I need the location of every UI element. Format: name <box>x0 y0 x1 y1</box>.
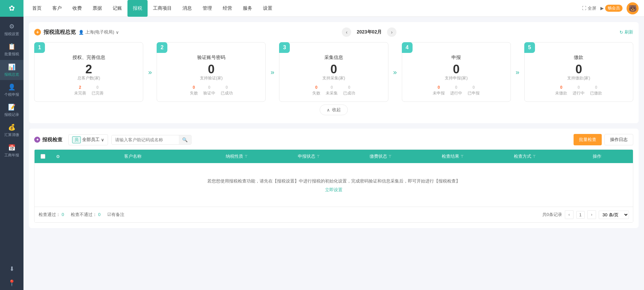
per-page-select[interactable]: 30 条/页 50 条/页 100 条/页 <box>599 211 629 219</box>
body-wrap: ⚙ 报税设置 📋 批量报税 📊 报税总览 👤 个税申报 📝 报税记录 💰 汇算清… <box>0 17 644 290</box>
operation-log-button[interactable]: 操作日志 <box>604 134 633 145</box>
refresh-button[interactable]: ↻ 刷新 <box>620 29 633 35</box>
nav-business[interactable]: 工商项目 <box>148 0 177 17</box>
filter-icon-3[interactable]: ⊤ <box>388 154 392 159</box>
collapse-label: 收起 <box>332 107 341 113</box>
month-nav: ‹ 2023年02月 › <box>342 27 396 37</box>
sidebar-item-settlement[interactable]: 💰 汇算清缴 <box>0 120 23 140</box>
stat-paid-5-label: 已缴款 <box>590 90 602 96</box>
flow-steps: 1 授权、完善信息 2 总客户数(家) 2 未完善 0 已完善 <box>34 42 633 102</box>
annual-report-icon: 📅 <box>8 144 15 151</box>
nav-operation[interactable]: 经营 <box>217 0 237 17</box>
location-icon: 📍 <box>8 279 15 287</box>
user-avatar[interactable]: 🐻 <box>627 2 639 14</box>
table-header: ⚙ 客户名称 纳税性质 ⊤ 申报状态 ⊤ 缴费状态 ⊤ <box>35 150 633 163</box>
step-stats-4: 0 未申报 0 进行中 0 已申报 <box>433 85 480 96</box>
sidebar-item-batch-tax[interactable]: 📋 批量报税 <box>0 40 23 60</box>
tax-settings-icon: ⚙ <box>9 23 14 30</box>
step-num-2: 2 <box>157 42 167 53</box>
step-desc-4: 支持申报(家) <box>445 75 468 81</box>
flow-overview-title: 报税流程总览 <box>44 29 76 36</box>
sidebar-item-download[interactable]: ⬇ <box>8 262 15 276</box>
step-num-1: 1 <box>34 42 45 53</box>
nav-service[interactable]: 服务 <box>237 0 258 17</box>
vip-button[interactable]: ▶ 畅会员 <box>600 5 623 12</box>
stat-undeclared-4: 0 未申报 <box>433 85 445 96</box>
sidebar-label-tax-settings: 报税设置 <box>4 31 19 36</box>
employee-filter[interactable]: 员 全部员工 ∨ <box>68 134 108 145</box>
arrow-2: » <box>266 42 279 102</box>
fail-count[interactable]: 0 <box>98 212 100 217</box>
stat-fail-3: 0 失败 <box>312 85 320 96</box>
sidebar-item-tax-settings[interactable]: ⚙ 报税设置 <box>0 19 23 40</box>
filter-icon-5[interactable]: ⊤ <box>533 154 536 159</box>
sidebar-label-tax-overview: 报税总览 <box>4 72 19 77</box>
search-wrap: 🔍 <box>111 135 192 145</box>
stat-fail-2-val: 0 <box>193 85 195 90</box>
stat-incomplete-val: 2 <box>79 85 81 90</box>
stat-uncollected-3-val: 0 <box>331 85 333 90</box>
setup-link[interactable]: 立即设置 <box>207 187 460 193</box>
nav-manage[interactable]: 管理 <box>197 0 217 17</box>
th-declare-status: 申报状态 ⊤ <box>273 150 345 163</box>
stat-declared-4-label: 已申报 <box>468 90 480 96</box>
location-label[interactable]: 👤 上海(电子税局) ∨ <box>78 29 119 35</box>
settings-icon[interactable]: ⚙ <box>56 154 60 159</box>
step-desc-1: 总客户数(家) <box>77 75 100 81</box>
stat-unpaid-5-val: 0 <box>560 85 562 90</box>
prev-page-button[interactable]: ‹ <box>565 210 574 219</box>
collapse-button[interactable]: ∧ 收起 <box>320 104 348 115</box>
prev-month-button[interactable]: ‹ <box>342 27 351 37</box>
table-body: 若您想使用报税检查功能，请先在【报税设置】中进行报税的初始化设置，完成密码验证和… <box>35 163 633 207</box>
stat-undeclared-4-val: 0 <box>438 85 440 90</box>
step-count-1: 2 <box>86 63 92 75</box>
fullscreen-button[interactable]: ⛶ 全屏 <box>582 5 596 11</box>
sidebar-item-tax-overview[interactable]: 📊 报税总览 <box>0 60 23 80</box>
filter-icon-4[interactable]: ⊤ <box>461 154 464 159</box>
batch-check-button[interactable]: 批量检查 <box>574 134 602 145</box>
nav-customer[interactable]: 客户 <box>47 0 67 17</box>
nav-tax[interactable]: 报税 <box>127 0 148 17</box>
next-page-button[interactable]: › <box>587 210 596 219</box>
sidebar-item-annual-report[interactable]: 📅 工商年报 <box>0 141 23 161</box>
pass-count[interactable]: 0 <box>62 212 64 217</box>
search-button[interactable]: 🔍 <box>179 135 191 144</box>
header-checkbox[interactable] <box>41 154 45 159</box>
nav-invoice[interactable]: 票据 <box>87 0 107 17</box>
sidebar-item-location[interactable]: 📍 <box>8 276 15 290</box>
tax-check-card: ✦ 报税检查 员 全部员工 ∨ 🔍 批量检查 操作日志 <box>29 129 639 228</box>
nav-message[interactable]: 消息 <box>177 0 197 17</box>
th-check-result: 检查结果 ⊤ <box>417 150 489 163</box>
logo-icon: ✿ <box>9 4 15 13</box>
nav-settings[interactable]: 设置 <box>258 0 278 17</box>
next-month-button[interactable]: › <box>387 27 396 37</box>
step-num-4: 4 <box>402 42 413 53</box>
check-icon: ✦ <box>34 137 40 143</box>
stat-undeclared-4-label: 未申报 <box>433 90 445 96</box>
step-desc-5: 支持缴款(家) <box>567 75 590 81</box>
total-records: 共0条记录 <box>542 212 562 218</box>
nav-fee[interactable]: 收费 <box>67 0 87 17</box>
flow-overview-card: + 报税流程总览 👤 上海(电子税局) ∨ ‹ 2023年02月 › ↻ 刷 <box>29 22 639 123</box>
fail-label: 检查不通过： 0 <box>71 212 101 218</box>
filter-icon-1[interactable]: ⊤ <box>245 154 248 159</box>
nav-home[interactable]: 首页 <box>27 0 47 17</box>
sidebar-item-personal-tax[interactable]: 👤 个税申报 <box>0 80 23 100</box>
empty-content: 若您想使用报税检查功能，请先在【报税设置】中进行报税的初始化设置，完成密码验证和… <box>207 177 460 193</box>
nav-accounting[interactable]: 记账 <box>107 0 127 17</box>
stat-success-3-label: 已成功 <box>343 90 355 96</box>
stat-declared-4-val: 0 <box>473 85 475 90</box>
refresh-label: 刷新 <box>625 29 633 35</box>
personal-tax-icon: 👤 <box>8 83 15 91</box>
sidebar-bottom: ⬇ 📍 <box>8 262 15 290</box>
action-buttons: 批量检查 操作日志 <box>574 134 633 145</box>
sidebar-item-tax-record[interactable]: 📝 报税记录 <box>0 100 23 120</box>
search-input[interactable] <box>112 136 179 144</box>
arrow-1: » <box>143 42 157 102</box>
stat-declared-4: 0 已申报 <box>468 85 480 96</box>
empty-state: 若您想使用报税检查功能，请先在【报税设置】中进行报税的初始化设置，完成密码验证和… <box>35 163 633 207</box>
filter-icon-2[interactable]: ⊤ <box>317 154 320 159</box>
collapse-section: ∧ 收起 <box>34 104 633 115</box>
step-desc-2: 支持验证(家) <box>200 75 223 81</box>
settlement-icon: 💰 <box>8 124 15 131</box>
